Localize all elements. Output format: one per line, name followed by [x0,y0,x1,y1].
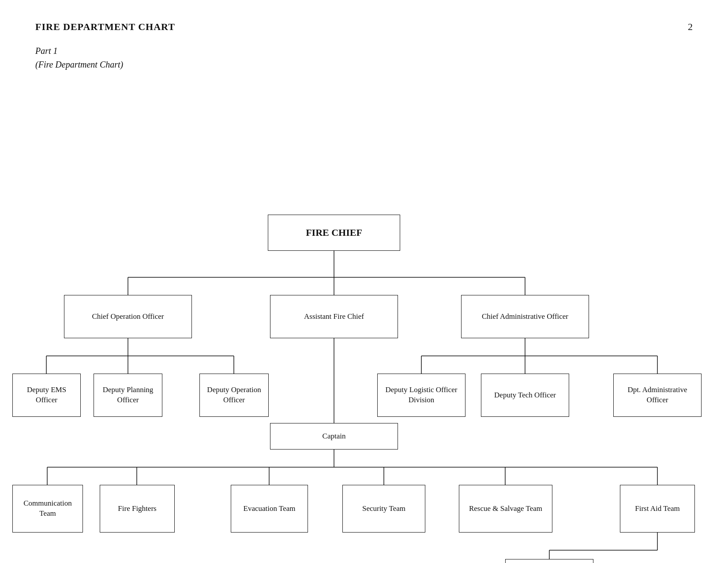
rescue-salvage-box: Rescue & Salvage Team [459,485,552,533]
assistant-fire-chief-box: Assistant Fire Chief [270,295,398,338]
deputy-logistic-box: Deputy Logistic Officer Division [377,374,465,417]
dpt-admin-box: Dpt. Administrative Officer [613,374,702,417]
org-chart: FIRE CHIEF Chief Operation Officer Assis… [0,70,728,563]
deputy-operation-box: Deputy Operation Officer [199,374,269,417]
communication-team-box: Communication Team [12,485,83,533]
deputy-planning-box: Deputy Planning Officer [94,374,162,417]
page-number: 2 [688,21,693,33]
captain-box: Captain [270,423,398,450]
fire-fighters-box: Fire Fighters [100,485,175,533]
security-team-box: Security Team [342,485,425,533]
evacuation-team-box: Evacuation Team [231,485,308,533]
chief-operation-box: Chief Operation Officer [64,295,192,338]
chart-subtitle: (Fire Department Chart) [0,56,728,70]
first-aid-box: First Aid Team [620,485,695,533]
recruits-box: Recruits [505,559,593,563]
deputy-tech-box: Deputy Tech Officer [481,374,569,417]
page-title: FIRE DEPARTMENT CHART [35,21,175,33]
chief-admin-box: Chief Administrative Officer [461,295,589,338]
deputy-ems-box: Deputy EMS Officer [12,374,81,417]
part-label: Part 1 [0,33,728,56]
fire-chief-box: FIRE CHIEF [268,215,400,251]
